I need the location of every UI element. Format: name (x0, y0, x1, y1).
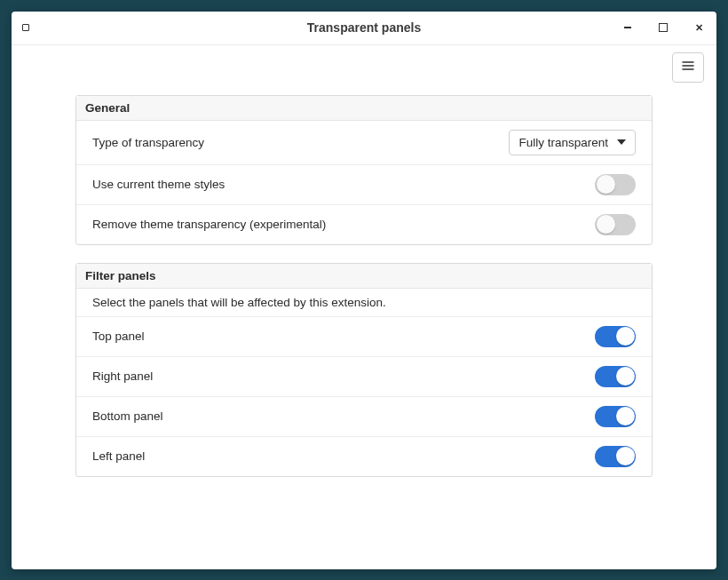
section-filter-header: Filter panels (76, 264, 652, 289)
section-filter: Filter panels Select the panels that wil… (75, 263, 653, 477)
toggle-knob (616, 367, 635, 385)
bottom-panel-toggle[interactable] (595, 406, 636, 427)
use-theme-styles-toggle[interactable] (595, 174, 636, 195)
window: Transparent panels General Type of trans… (12, 12, 716, 569)
titlebar: Transparent panels (12, 12, 716, 45)
transparency-type-label: Type of transparency (92, 136, 204, 149)
right-panel-label: Right panel (92, 369, 153, 383)
app-icon (20, 22, 31, 33)
bottom-panel-label: Bottom panel (92, 409, 163, 423)
chevron-down-icon (617, 139, 626, 145)
row-remove-theme-transparency: Remove theme transparency (experimental) (76, 205, 652, 244)
left-panel-toggle[interactable] (595, 446, 636, 467)
titlebar-left (20, 12, 31, 44)
toggle-knob (597, 175, 615, 194)
close-button[interactable] (686, 15, 711, 40)
section-general-header: General (76, 96, 652, 121)
menu-button[interactable] (672, 52, 704, 83)
row-left-panel: Left panel (76, 437, 652, 476)
window-title: Transparent panels (307, 20, 421, 35)
use-theme-styles-label: Use current theme styles (92, 178, 225, 191)
titlebar-controls (615, 12, 711, 44)
left-panel-label: Left panel (92, 449, 145, 463)
top-panel-label: Top panel (92, 330, 145, 343)
toolbar (12, 45, 716, 88)
row-top-panel: Top panel (76, 317, 652, 357)
transparency-type-combo[interactable]: Fully transparent (509, 130, 636, 155)
remove-theme-transparency-label: Remove theme transparency (experimental) (92, 218, 326, 231)
right-panel-toggle[interactable] (595, 366, 636, 387)
row-right-panel: Right panel (76, 357, 652, 397)
toggle-knob (616, 447, 635, 465)
row-use-theme-styles: Use current theme styles (76, 165, 652, 205)
toggle-knob (616, 407, 635, 425)
toggle-knob (616, 327, 635, 346)
toggle-knob (597, 215, 615, 234)
transparency-type-value: Fully transparent (518, 136, 608, 149)
row-transparency-type: Type of transparency Fully transparent (76, 121, 652, 165)
hamburger-icon (681, 59, 695, 76)
filter-description: Select the panels that will be affected … (76, 289, 652, 317)
maximize-button[interactable] (651, 15, 676, 40)
minimize-button[interactable] (615, 15, 640, 40)
top-panel-toggle[interactable] (595, 326, 636, 347)
section-general: General Type of transparency Fully trans… (75, 95, 653, 245)
content: General Type of transparency Fully trans… (12, 88, 716, 569)
remove-theme-transparency-toggle[interactable] (595, 214, 636, 235)
row-bottom-panel: Bottom panel (76, 397, 652, 437)
